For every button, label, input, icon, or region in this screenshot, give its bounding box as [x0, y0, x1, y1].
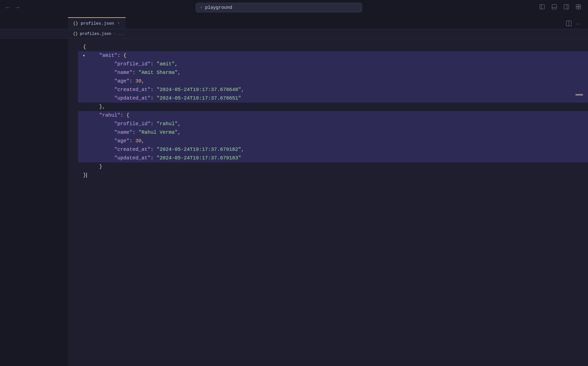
svg-rect-4	[564, 5, 569, 9]
indent-dots-3: ········	[83, 60, 113, 68]
code-line-11: ········ "name": "Rahul Verma",	[78, 128, 588, 137]
file-tab[interactable]: {} profiles.json ×	[68, 17, 126, 29]
tab-close-button[interactable]: ×	[117, 21, 121, 26]
indent-dots-13: ········	[83, 145, 113, 154]
code-line-8: ···· },	[78, 103, 588, 111]
code-line-10: ········ "profile_id": "rahul",	[78, 120, 588, 128]
indent-dots-6: ········	[83, 85, 113, 94]
editor-content[interactable]: { ···· ✦ "amit": { ········ "profile_id"…	[68, 39, 588, 366]
code-line-12: ········ "age": 30,	[78, 137, 588, 145]
svg-rect-8	[576, 7, 578, 9]
svg-rect-9	[579, 7, 581, 9]
breadcrumb-json-icon: {}	[73, 32, 78, 36]
layout-sidebar-button[interactable]	[538, 2, 547, 13]
svg-rect-6	[576, 5, 578, 7]
indent-dots-10: ········	[83, 120, 113, 128]
code-line-15: ···· }	[78, 162, 588, 171]
indent-dots-12: ········	[83, 137, 113, 145]
code-line-7: ········ "updated_at": "2024-05-24T19:17…	[78, 94, 588, 103]
svg-rect-0	[540, 5, 544, 9]
search-bar[interactable]: ⌕ playground	[196, 3, 362, 12]
nav-forward-button[interactable]: →	[15, 4, 20, 11]
layout-panel-button[interactable]	[550, 2, 559, 13]
titlebar-actions	[538, 2, 583, 13]
indent-dots-4: ········	[83, 68, 113, 77]
editor-area: { ···· ✦ "amit": { ········ "profile_id"…	[0, 39, 588, 366]
more-actions-button[interactable]: ···	[576, 21, 580, 27]
code-line-1: {	[78, 43, 588, 51]
breadcrumb-dots: ...	[118, 32, 125, 36]
code-line-3: ········ "profile_id": "amit",	[78, 60, 588, 68]
svg-rect-2	[552, 5, 557, 9]
tab-label: profiles.json	[81, 21, 114, 26]
layout-grid-button[interactable]	[574, 2, 583, 13]
code-line-2: ···· ✦ "amit": {	[78, 51, 588, 60]
code-line-14: ········ "updated_at": "2024-05-24T19:17…	[78, 154, 588, 162]
code-editor: { ···· ✦ "amit": { ········ "profile_id"…	[68, 43, 588, 179]
svg-rect-7	[579, 5, 581, 7]
indent-dots-7: ········	[83, 94, 113, 103]
code-line-4: ········ "name": "Amit Sharma",	[78, 68, 588, 77]
indent-dots-5: ········	[83, 77, 113, 85]
layout-right-sidebar-button[interactable]	[562, 2, 571, 13]
nav-controls: ← →	[5, 4, 20, 11]
split-editor-button[interactable]	[566, 21, 572, 27]
code-line-13: ········ "created_at": "2024-05-24T19:17…	[78, 145, 588, 154]
indent-dots-15: ····	[83, 162, 98, 171]
key-amit: "amit"	[99, 51, 117, 60]
text-cursor	[86, 173, 87, 178]
breadcrumb-separator: >	[113, 32, 116, 36]
breadcrumb-file[interactable]: profiles.json	[80, 32, 111, 36]
breadcrumb: {} profiles.json > ...	[0, 29, 588, 39]
indent-dots-2: ····	[83, 51, 98, 60]
indent-dots-11: ········	[83, 128, 113, 137]
scrollbar-indicator	[575, 94, 583, 96]
indent-dots-14: ········	[83, 154, 113, 162]
code-line-5: ········ "age": 30,	[78, 77, 588, 85]
code-line-16: }	[78, 171, 588, 179]
indent-dots-8: ····	[83, 103, 98, 111]
search-icon: ⌕	[200, 5, 203, 10]
json-file-icon: {}	[73, 21, 78, 26]
nav-back-button[interactable]: ←	[5, 4, 11, 11]
search-text: playground	[205, 5, 232, 10]
activity-sidebar	[0, 39, 68, 366]
indent-dots-9: ····	[83, 111, 98, 120]
code-line-6: ········ "created_at": "2024-05-24T19:17…	[78, 85, 588, 94]
titlebar: ← → ⌕ playground	[0, 0, 588, 15]
code-line-9: ···· "rahul": {	[78, 111, 588, 120]
sparkle-icon: ✦	[83, 52, 85, 60]
